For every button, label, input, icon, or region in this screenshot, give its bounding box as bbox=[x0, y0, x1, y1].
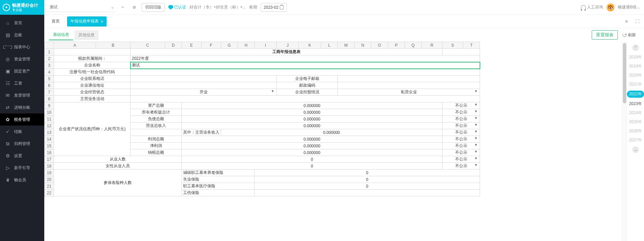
col-header[interactable]: D bbox=[165, 42, 182, 49]
cell[interactable]: 0 bbox=[255, 183, 480, 190]
cell[interactable]: 0 bbox=[255, 176, 480, 183]
col-header[interactable]: A bbox=[54, 42, 96, 49]
company-name-cell[interactable]: 测试 bbox=[130, 62, 480, 69]
col-header[interactable]: I bbox=[255, 42, 277, 49]
company-select[interactable]: 测试 ⌄ bbox=[48, 3, 115, 12]
col-header[interactable]: L bbox=[321, 42, 338, 49]
cell[interactable]: 0.000000 bbox=[182, 143, 442, 149]
tab-annual-report[interactable]: 年报信息申报表 × bbox=[67, 16, 107, 27]
spreadsheet[interactable]: ABCDEFGHIJKLMNOPQRST1工商年报信息表2税款所属期间：2022… bbox=[44, 42, 622, 241]
cell[interactable]: 0.000000 bbox=[182, 109, 442, 116]
nav-item-guide[interactable]: ▷新手引导 bbox=[0, 162, 44, 174]
col-header[interactable]: Q bbox=[405, 42, 422, 49]
year-option[interactable]: 2022年 bbox=[627, 91, 644, 98]
cell[interactable]: 不公示 bbox=[442, 136, 480, 143]
col-header[interactable]: N bbox=[355, 42, 371, 49]
cell[interactable]: 不公示 bbox=[442, 102, 480, 109]
col-header[interactable]: K bbox=[299, 42, 321, 49]
period-picker[interactable]: 2023-02 bbox=[261, 3, 287, 12]
cell[interactable]: 不公示 bbox=[442, 116, 480, 123]
col-header[interactable]: C bbox=[130, 42, 165, 49]
cell[interactable]: 0.000000 bbox=[182, 123, 442, 129]
cell[interactable]: 0.000000 bbox=[221, 129, 442, 136]
cell[interactable]: 0.000000 bbox=[182, 116, 442, 123]
year-down-arrow[interactable]: ⌄ bbox=[632, 146, 639, 153]
nav-item-home[interactable]: ⌂首页 bbox=[0, 17, 44, 29]
support-button[interactable]: 人工咨询 bbox=[581, 3, 603, 11]
year-option[interactable]: 2023年 bbox=[629, 101, 642, 107]
corner-cell[interactable] bbox=[45, 42, 54, 49]
year-option[interactable]: 2027年 bbox=[629, 137, 642, 143]
cell[interactable]: 不公示 bbox=[442, 156, 480, 163]
col-header[interactable]: G bbox=[221, 42, 238, 49]
cell[interactable]: 不公示 bbox=[442, 129, 480, 136]
nav-item-asset[interactable]: ▣固定资产 bbox=[0, 65, 44, 77]
tab-close-icon[interactable]: × bbox=[101, 19, 103, 24]
col-header[interactable]: J bbox=[277, 42, 299, 49]
nav-item-tax[interactable]: ✿税务管理 bbox=[0, 113, 44, 126]
user-avatar[interactable]: 🐯 bbox=[606, 3, 614, 11]
nav-item-fund[interactable]: ◎资金管理 bbox=[0, 53, 44, 65]
nav-item-close-period[interactable]: ✓结账 bbox=[0, 126, 44, 138]
refresh-button[interactable]: 刷新 bbox=[619, 32, 639, 38]
year-option[interactable]: 2026年 bbox=[629, 128, 642, 134]
col-header[interactable]: H bbox=[238, 42, 255, 49]
close-all-tabs[interactable]: ✕ bbox=[623, 17, 631, 26]
year-option[interactable]: 2024年 bbox=[629, 110, 642, 116]
col-header[interactable]: R bbox=[422, 42, 442, 49]
year-option[interactable]: 2020年 bbox=[629, 73, 642, 78]
year-up-arrow[interactable]: ⌃ bbox=[632, 44, 639, 51]
col-header[interactable]: T bbox=[463, 42, 480, 49]
add-button[interactable]: ＋ bbox=[119, 3, 127, 11]
cell[interactable]: 不公示 bbox=[442, 143, 480, 149]
cell[interactable] bbox=[130, 69, 480, 76]
col-header[interactable]: O bbox=[371, 42, 388, 49]
subtab-basic[interactable]: 基础信息 bbox=[49, 30, 73, 40]
col-header[interactable]: M bbox=[338, 42, 355, 49]
cell[interactable] bbox=[338, 82, 480, 89]
settings-icon[interactable]: ⚙ bbox=[130, 3, 138, 11]
cell[interactable]: 0 bbox=[255, 170, 480, 176]
cell[interactable]: 开业 bbox=[130, 89, 277, 96]
nav-item-gear[interactable]: ⚙设置 bbox=[0, 150, 44, 162]
tab-home[interactable]: 首页 bbox=[48, 15, 64, 28]
nav-item-vip[interactable]: ♛畅会员 bbox=[0, 174, 44, 186]
cell[interactable]: 私营企业 bbox=[338, 89, 480, 96]
cell[interactable]: 0 bbox=[182, 163, 442, 170]
fullscreen-icon[interactable]: ⛶ bbox=[633, 17, 641, 26]
year-option[interactable]: 2018年 bbox=[629, 54, 642, 60]
nav-item-invoice[interactable]: ✉发票管理 bbox=[0, 89, 44, 101]
year-option[interactable]: 2025年 bbox=[629, 119, 642, 125]
col-header[interactable]: B bbox=[96, 42, 130, 49]
year-option[interactable]: 2019年 bbox=[629, 63, 642, 69]
year-option[interactable]: 2021年 bbox=[629, 82, 642, 87]
cell[interactable] bbox=[130, 76, 277, 82]
cell[interactable]: 0.000000 bbox=[182, 102, 442, 109]
nav-item-archive[interactable]: ⧉归档管理 bbox=[0, 138, 44, 150]
cell[interactable]: 不公示 bbox=[442, 149, 480, 156]
cell[interactable]: 0.000000 bbox=[182, 149, 442, 156]
vertical-scrollbar[interactable] bbox=[622, 42, 627, 241]
col-header[interactable]: F bbox=[201, 42, 221, 49]
nav-item-stock[interactable]: ⇄进销台账 bbox=[0, 101, 44, 113]
nav-item-chart[interactable]: ⫍⫎报表中心 bbox=[0, 41, 44, 53]
cell[interactable]: 0.000000 bbox=[182, 136, 442, 143]
nav-item-salary[interactable]: ☷工资 bbox=[0, 77, 44, 89]
cell[interactable] bbox=[130, 96, 480, 102]
cell[interactable]: 不公示 bbox=[442, 123, 480, 129]
nav-item-ledger[interactable]: ▤总账 bbox=[0, 29, 44, 41]
row-header: 16 bbox=[45, 149, 54, 156]
cell[interactable] bbox=[255, 190, 480, 196]
switch-old-version[interactable]: 切回旧版 bbox=[142, 3, 165, 12]
scrollbar-thumb[interactable] bbox=[623, 43, 626, 103]
col-header[interactable]: E bbox=[182, 42, 202, 49]
reset-report-button[interactable]: 重置报表 bbox=[592, 30, 618, 40]
col-header[interactable]: P bbox=[388, 42, 405, 49]
subtab-other[interactable]: 其他信息 bbox=[74, 30, 99, 40]
cell[interactable] bbox=[130, 82, 277, 89]
col-header[interactable]: S bbox=[442, 42, 463, 49]
cell[interactable]: 不公示 bbox=[442, 109, 480, 116]
cell[interactable]: 0 bbox=[182, 156, 442, 163]
cell[interactable]: 不公示 bbox=[442, 163, 480, 170]
cell[interactable] bbox=[338, 76, 480, 82]
